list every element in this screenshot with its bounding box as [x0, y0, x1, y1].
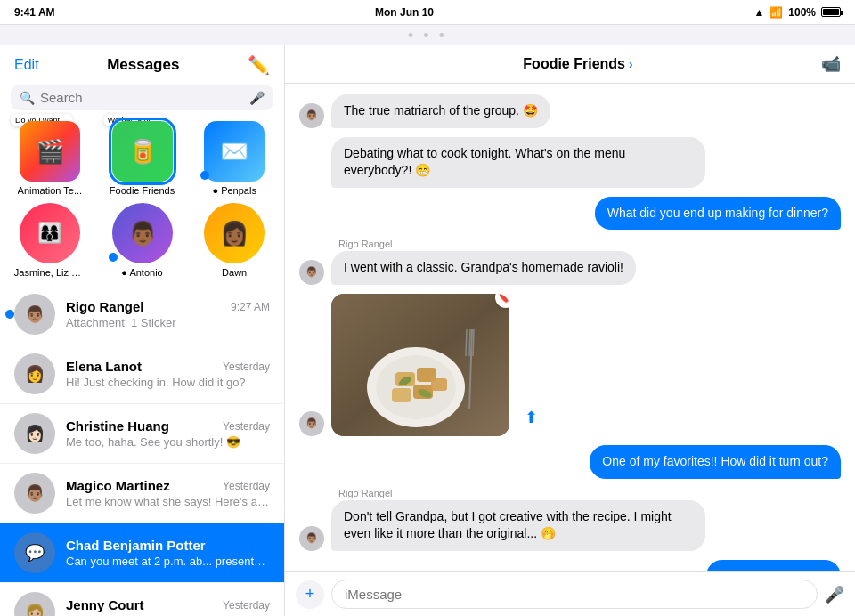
messages-area: 👨🏽 The true matriarch of the group. 🤩 De… — [285, 84, 855, 571]
msg-row-4: Rigo Rangel 👨🏽 I went with a classic. Gr… — [299, 239, 841, 285]
compose-button[interactable]: ✏️ — [248, 54, 270, 76]
pinned-avatar-animation: 🎬 — [20, 121, 80, 182]
conv-rigo-rangel[interactable]: 👨🏽 Rigo Rangel 9:27 AM Attachment: 1 Sti… — [0, 285, 284, 344]
mic-icon[interactable]: 🎤 — [249, 91, 265, 105]
conv-chad-benjamin[interactable]: 💬 Chad Benjamin Potter Can you meet at 2… — [0, 523, 284, 583]
svg-rect-6 — [392, 388, 411, 402]
pinned-label-penpals: ● Penpals — [212, 185, 256, 196]
pinned-avatar-dawn: 👩🏾 — [204, 203, 265, 263]
conv-content-rigo: Rigo Rangel 9:27 AM Attachment: 1 Sticke… — [66, 299, 270, 329]
msg-row-1: 👨🏽 The true matriarch of the group. 🤩 — [299, 94, 841, 128]
conv-avatar-magico: 👨🏽 — [14, 473, 55, 514]
conv-elena-lanot[interactable]: 👩 Elena Lanot Yesterday Hi! Just checkin… — [0, 344, 284, 404]
pinned-avatar-penpals: ✉️ — [204, 121, 265, 182]
pinned-item-penpals[interactable]: ✉️ ● Penpals — [191, 121, 277, 196]
msg-row-6: One of my favorites!! How did it turn ou… — [299, 445, 841, 479]
svg-rect-8 — [431, 378, 447, 391]
msg-with-avatar-1: 👨🏽 The true matriarch of the group. 🤩 — [299, 94, 550, 128]
pinned-item-animation[interactable]: Do you want to review all the rend... 🎬 … — [7, 121, 93, 196]
battery-icon — [821, 7, 841, 17]
pinned-unread-dot-antonio — [109, 253, 118, 262]
conv-christine-huang[interactable]: 👩🏻 Christine Huang Yesterday Me too, hah… — [0, 404, 284, 464]
bubble-4: I went with a classic. Grandpa's homemad… — [331, 251, 636, 285]
right-panel: Foodie Friends › 📹 👨🏽 The true matriarch… — [285, 45, 855, 616]
conv-time-jenny: Yesterday — [223, 599, 270, 612]
conv-content-chad: Chad Benjamin Potter Can you meet at 2 p… — [66, 538, 270, 568]
status-bar: 9:41 AM Mon Jun 10 ▲ 📶 100% — [0, 0, 855, 25]
status-time: 9:41 AM — [14, 6, 55, 19]
conv-name-jenny: Jenny Court — [66, 597, 144, 612]
msg-avatar-1: 👨🏽 — [299, 103, 324, 128]
msg-row-7: Rigo Rangel 👨🏽 Don't tell Grandpa, but I… — [299, 488, 841, 551]
wifi-icon: ▲ — [753, 6, 764, 19]
messages-header: Edit Messages ✏️ — [0, 45, 284, 81]
search-input[interactable] — [40, 90, 244, 105]
conv-avatar-icon-chad: 💬 — [25, 543, 45, 563]
msg-with-avatar-4: 👨🏽 I went with a classic. Grandpa's home… — [299, 251, 636, 285]
pinned-item-dawn[interactable]: 👩🏾 Dawn — [191, 203, 277, 278]
pinned-avatar-antonio: 👨🏾 — [112, 203, 173, 263]
image-placeholder: ❤️ — [331, 294, 509, 436]
chat-title-text: Foodie Friends — [523, 56, 625, 72]
pinned-label-foodie: Foodie Friends — [110, 185, 175, 196]
chevron-right-icon: › — [629, 57, 633, 71]
status-day: Mon Jun 10 — [375, 6, 434, 19]
svg-line-10 — [466, 329, 467, 356]
conv-content-christine: Christine Huang Yesterday Me too, haha. … — [66, 418, 270, 449]
msg-row-3: What did you end up making for dinner? — [299, 197, 841, 231]
pinned-avatar-foodie: 🥫 — [112, 121, 173, 182]
svg-line-12 — [473, 329, 474, 356]
bubble-2: Debating what to cook tonight. What's on… — [331, 137, 705, 188]
image-message: ❤️ ⬆ — [331, 294, 509, 436]
mic-input-button[interactable]: 🎤 — [825, 585, 844, 604]
conv-time-rigo: 9:27 AM — [231, 301, 270, 313]
conv-name-magico: Magico Martinez — [66, 478, 170, 493]
battery-label: 100% — [788, 6, 816, 19]
conv-jenny-court[interactable]: 👩🏼 Jenny Court Yesterday Can't wait to s… — [0, 583, 284, 616]
search-bar[interactable]: 🔍 🎤 — [11, 85, 273, 110]
conv-name-elena: Elena Lanot — [66, 359, 142, 374]
bubble-3: What did you end up making for dinner? — [595, 197, 841, 231]
conv-preview-magico: Let me know what she says! Here's anothe… — [66, 495, 270, 508]
svg-line-11 — [469, 329, 470, 356]
plus-button[interactable]: + — [296, 580, 324, 609]
pinned-row-2: 👩‍👩‍👦 Jasmine, Liz & Rigo 👨🏾 ● Antonio — [7, 203, 277, 278]
bubble-1: The true matriarch of the group. 🤩 — [331, 94, 550, 128]
chat-header: Foodie Friends › 📹 — [285, 45, 855, 84]
sender-name-rigo-2: Rigo Rangel — [338, 488, 393, 498]
bubble-6: One of my favorites!! How did it turn ou… — [590, 445, 841, 479]
conv-time-elena: Yesterday — [223, 361, 270, 373]
conv-preview-elena: Hi! Just checking in. How did it go? — [66, 376, 270, 389]
conv-avatar-chad: 💬 — [14, 532, 55, 573]
chat-title[interactable]: Foodie Friends › — [523, 56, 632, 72]
top-dots-indicator: • • • — [0, 25, 855, 45]
pasta-image-svg — [331, 294, 509, 436]
signal-icon: 📶 — [770, 6, 783, 19]
pinned-label-jasmine: Jasmine, Liz & Rigo — [14, 267, 86, 278]
msg-avatar-7: 👨🏽 — [299, 526, 324, 551]
msg-avatar-5: 👨🏽 — [299, 411, 324, 436]
edit-button[interactable]: Edit — [14, 57, 39, 73]
msg-row-5: 👨🏽 — [299, 294, 841, 436]
conv-avatar-jenny: 👩🏼 — [14, 592, 55, 616]
pinned-row-1: Do you want to review all the rend... 🎬 … — [7, 121, 277, 196]
messages-title: Messages — [107, 56, 179, 74]
message-input[interactable] — [331, 580, 818, 609]
conv-preview-rigo: Attachment: 1 Sticker — [66, 316, 270, 329]
pinned-item-foodie[interactable]: We had a great time. Home with... 🥫 Food… — [100, 121, 185, 196]
conv-magico-martinez[interactable]: 👨🏽 Magico Martinez Yesterday Let me know… — [0, 464, 284, 523]
conv-preview-chad: Can you meet at 2 p.m. ab... presentatio… — [66, 555, 270, 568]
pinned-avatar-jasmine: 👩‍👩‍👦 — [20, 203, 80, 263]
pinned-item-jasmine[interactable]: 👩‍👩‍👦 Jasmine, Liz & Rigo — [7, 203, 93, 278]
pinned-section: Do you want to review all the rend... 🎬 … — [0, 118, 284, 285]
conv-time-christine: Yesterday — [223, 420, 270, 433]
sender-name-rigo-1: Rigo Rangel — [338, 239, 393, 249]
conv-content-elena: Elena Lanot Yesterday Hi! Just checking … — [66, 359, 270, 389]
app-container: Edit Messages ✏️ 🔍 🎤 Do you want to revi… — [0, 45, 855, 616]
conv-avatar-rigo: 👨🏽 — [14, 294, 55, 335]
msg-with-avatar-2: Debating what to cook tonight. What's on… — [299, 137, 705, 188]
conv-name-chad: Chad Benjamin Potter — [66, 538, 206, 553]
pinned-item-antonio[interactable]: 👨🏾 ● Antonio — [100, 203, 185, 278]
share-button[interactable]: ⬆ — [525, 408, 538, 427]
facetime-button[interactable]: 📹 — [821, 54, 841, 74]
